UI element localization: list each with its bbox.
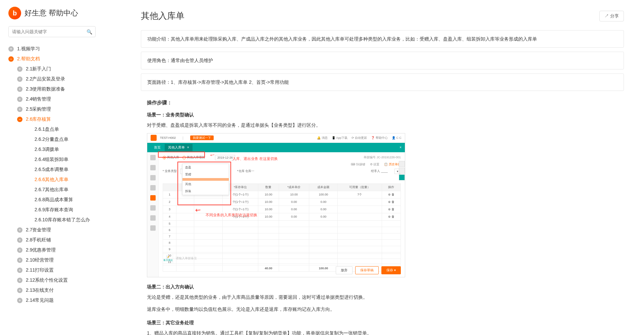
nav-2-13[interactable]: +2.13在线支付 (17, 285, 96, 295)
nav-2-6-4[interactable]: 2.6.4组装拆卸单 (35, 155, 96, 165)
ss-nav-icon (150, 215, 156, 221)
table-row: 7 (163, 233, 401, 239)
page-title: 其他入库单 (141, 10, 184, 22)
table-row: 8 (163, 239, 401, 246)
intro-label: 功能介绍： (147, 36, 171, 42)
app-logo-icon: b (8, 7, 21, 19)
nav-2-6-6[interactable]: 2.6.6其他入库单 (35, 175, 96, 185)
ss-draft-button: 保存草稿 (355, 266, 379, 274)
nav-2-6-7[interactable]: 2.6.7其他出库单 (35, 185, 96, 195)
plus-icon: + (17, 97, 22, 102)
table-row: 6 (163, 227, 401, 233)
intro-box: 功能介绍：其他入库单用来处理除采购入库、产成品入库之外的其他入库业务，因此其他入… (141, 30, 624, 48)
plus-icon: + (17, 298, 22, 303)
nav-help-docs[interactable]: −2.帮助文档 (8, 54, 96, 64)
app-title: 好生意 帮助中心 (24, 8, 78, 18)
path-label: 页面路径： (147, 79, 171, 85)
scene2-text2: 退库业务中，明细数量均以负值红色展示。无论是入库还是退库，库存账均记在入库方向。 (147, 305, 618, 314)
plus-icon: + (17, 258, 22, 263)
nav-2-6-3[interactable]: 2.6.3调拨单 (35, 145, 96, 155)
nav-2-6-8[interactable]: 2.6.8商品成本重算 (35, 195, 96, 205)
nav-2-5[interactable]: +2.5采购管理 (17, 104, 96, 114)
sidebar: b 好生意 帮助中心 🔍 +1.视频学习 −2.帮助文档 +2.1新手入门 +2… (0, 0, 104, 335)
ss-setting: ⚙ 设置 (370, 162, 380, 167)
plus-icon: + (8, 46, 14, 52)
logo-row: b 好生意 帮助中心 (8, 7, 96, 19)
nav-2-4[interactable]: +2.4销售管理 (17, 94, 96, 104)
ss-side-btn (399, 168, 405, 174)
nav-2-9[interactable]: +2.9优惠券管理 (17, 245, 96, 255)
plus-icon: + (17, 247, 22, 253)
scene2-text1: 无论是受赠，还是其他类型的业务，由于入库商品质量等原因，需要退回，这时可通过单据… (147, 293, 618, 302)
nav-video-learning[interactable]: +1.视频学习 (8, 44, 96, 54)
ss-history: 📋 历史单据 (384, 162, 401, 167)
ss-biztype-dropdown: 盘盈 受赠 其他 拆装 (182, 164, 229, 195)
ss-test-button: 我要测试一下 (190, 135, 214, 140)
minus-icon: − (17, 117, 22, 122)
ss-nav-icon (150, 185, 156, 190)
plus-icon: + (17, 87, 22, 92)
plus-icon: + (17, 227, 22, 233)
nav-2-8[interactable]: +2.8手机旺铺 (17, 235, 96, 245)
ss-nav-icon (150, 205, 156, 211)
minus-icon: − (8, 56, 14, 62)
search-input[interactable] (8, 26, 96, 37)
table-row: 9 (163, 246, 401, 252)
nav-2-7[interactable]: +2.7资金管理 (17, 225, 96, 235)
role-text: 通常由仓管人员维护 (171, 58, 213, 63)
ss-help: ❓ 帮助中心 (371, 136, 388, 140)
ss-nav-icon-active (150, 195, 156, 201)
nav-2-14[interactable]: +2.14常见问题 (17, 295, 96, 305)
ss-nav-icon (150, 155, 156, 160)
scene3-heading: 场景三：其它业务处理 (147, 320, 618, 326)
nav-2-6-9[interactable]: 2.6.9库存账本查询 (35, 205, 96, 215)
steps-heading: 操作步骤： (147, 100, 618, 106)
ss-logo-icon (151, 135, 157, 141)
plus-icon: + (17, 268, 22, 273)
ss-side-btn (399, 161, 405, 167)
nav-2-12[interactable]: +2.12系统个性化设置 (17, 275, 96, 285)
search-box: 🔍 (8, 26, 96, 37)
scene1-heading: 场景一：业务类型确认 (147, 112, 618, 118)
nav-2-10[interactable]: +2.10经营管理 (17, 255, 96, 265)
close-icon: × (399, 146, 401, 149)
ss-update: ⟳ 自动更新 (352, 136, 367, 140)
nav-2-6-2[interactable]: 2.6.2分量盘点单 (35, 134, 96, 145)
arrow-icon: ← (208, 150, 216, 159)
nav-2-1[interactable]: +2.1新手入门 (17, 64, 96, 74)
scene1-text: 对于受赠、盘盈或是拆装入库等不同的业务，是通过单据头【业务类型】进行区分。 (147, 121, 618, 130)
ss-env: TEST-H002 (160, 136, 176, 139)
nav-2-6-5[interactable]: 2.6.5成本调整单 (35, 165, 96, 175)
plus-icon: + (17, 66, 22, 72)
plus-icon: + (17, 288, 22, 293)
ss-tab-home: 首页 (151, 144, 164, 151)
share-button[interactable]: ↗ 分享 (599, 11, 624, 21)
plus-icon: + (17, 278, 22, 283)
close-icon: × (186, 146, 189, 149)
role-box: 使用角色：通常由仓管人员维护 (141, 52, 624, 69)
nav-2-3[interactable]: +2.3使用前数据准备 (17, 84, 96, 94)
ss-app: 📱 App下载 (332, 136, 347, 140)
plus-icon: + (17, 237, 22, 243)
search-icon[interactable]: 🔍 (87, 29, 92, 35)
nav-2-2[interactable]: +2.2产品安装及登录 (17, 74, 96, 84)
nav-2-6[interactable]: −2.6库存核算 (17, 114, 96, 124)
nav-2-6-10[interactable]: 2.6.10库存账本错了怎么办 (35, 215, 96, 225)
nav-2-6-1[interactable]: 2.6.1盘点单 (35, 124, 96, 134)
red-annotation: 入库、退出业务 在这里切换 (232, 156, 278, 161)
ss-nav-icon (150, 175, 156, 180)
plus-icon: + (17, 107, 22, 112)
main-content: 其他入库单 ↗ 分享 功能介绍：其他入库单用来处理除采购入库、产成品入库之外的其… (104, 0, 644, 335)
nav-2-11[interactable]: +2.11打印设置 (17, 265, 96, 275)
ss-discard-button: 放弃 (336, 266, 353, 274)
ss-tab-current: 其他入库单 × (165, 144, 193, 151)
plus-icon: + (17, 76, 22, 82)
red-annotation: 不同业务的入库类型在这里切换 (206, 213, 257, 218)
ss-nav-icon (150, 225, 156, 231)
scene3-text: 1、赠品入库的商品直接转为销售。通过工具栏【复制/复制为销货单】功能，将单据信息… (147, 329, 618, 335)
ss-nav-icon (150, 165, 156, 170)
ss-msg: 🔔 消息 (317, 136, 328, 140)
ss-memo-bar: 📝备注信息 请输入单据备注 (163, 254, 401, 264)
intro-text: 其他入库单用来处理除采购入库、产成品入库之外的其他入库业务，因此其他入库单可处理… (171, 36, 537, 42)
path-text: 1、库存核算->库存管理->其他入库单 2、首页->常用功能 (171, 79, 289, 85)
